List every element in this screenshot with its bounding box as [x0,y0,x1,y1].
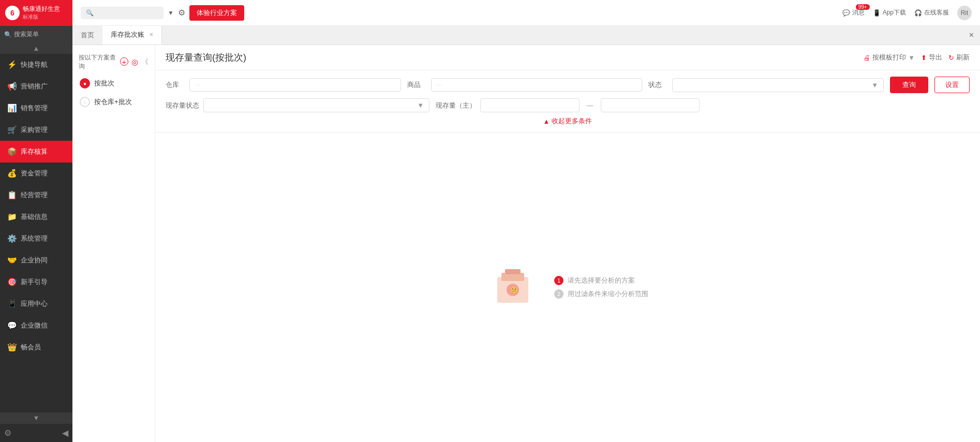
sidebar-item-label: 基础信息 [21,212,48,222]
status-select[interactable]: ▼ [672,78,884,92]
user-avatar: Rit [957,6,972,20]
sidebar-item-label: 资金管理 [21,169,48,178]
trial-btn[interactable]: 体验行业方案 [189,5,244,21]
sidebar-item-label: 采购管理 [21,125,48,135]
export-label: 导出 [929,53,942,62]
export-icon: ⬆ [921,54,927,62]
user-name: Rit [961,9,969,17]
gear-icon[interactable]: ⚙ [178,8,185,18]
topbar-left: 🔍 ▼ ⚙ 体验行业方案 [81,5,836,21]
product-label: 商品 [407,80,428,90]
query-button[interactable]: 查询 [890,77,928,93]
system-icon: ⚙️ [7,234,17,243]
topbar-dropdown[interactable]: ▼ [168,9,174,17]
filter-row-1: 仓库 ··· 商品 ··· 状态 [166,77,970,93]
sidebar: 6 畅康通好生意 标准版 🔍 搜索菜单 ▲ ⚡ 快捷导航 📢 营销推广 📊 销售… [0,0,72,442]
version-badge: 标准版 [23,13,60,21]
filter-row-2: 现存量状态 ▼ 现存量（主） — [166,98,970,112]
target-icon[interactable]: ◎ [131,57,138,67]
sidebar-item-quick-nav[interactable]: ⚡ 快捷导航 [0,54,72,76]
settings-icon[interactable]: ⚙ [4,428,11,438]
scroll-up-button[interactable]: ▲ [0,43,72,54]
enterprise-icon: 🤝 [7,256,17,265]
sidebar-search[interactable]: 🔍 搜索菜单 [0,26,72,43]
settings-button[interactable]: 设置 [934,77,970,93]
stock-qty-to-input[interactable] [601,98,700,112]
app-download-label: App下载 [883,8,906,17]
tip-1-num: 1 [554,276,563,285]
scheme-by-batch-label: 按批次 [94,79,114,88]
sidebar-item-label: 经营管理 [21,190,48,200]
operations-icon: 📋 [7,190,17,200]
sidebar-item-label: 库存核算 [21,147,48,156]
filter-area: 仓库 ··· 商品 ··· 状态 [155,70,980,132]
app-download-btn[interactable]: 📱 App下载 [873,8,906,17]
sidebar-item-inventory[interactable]: 📦 库存核算 [0,141,72,163]
sidebar-item-purchase[interactable]: 🛒 采购管理 [0,119,72,141]
tabbar: 首页 库存批次账 × × [72,26,980,45]
scheme-inactive-dot: ○ [80,97,90,107]
stock-status-filter: 现存量状态 ▼ [166,98,429,112]
topbar: 🔍 ▼ ⚙ 体验行业方案 💬 消息 99+ 📱 App下载 🎧 在线客服 [72,0,980,26]
refresh-label: 刷新 [956,53,970,62]
stock-qty-from-input[interactable] [480,98,580,112]
refresh-icon: ↻ [948,54,954,62]
warehouse-input[interactable]: ··· [189,78,401,92]
sidebar-item-sales[interactable]: 📊 销售管理 [0,97,72,119]
refresh-btn[interactable]: ↻ 刷新 [948,53,970,62]
collapse-filter-label: 收起更多条件 [552,116,592,126]
tip-2-num: 2 [554,289,563,299]
main-area: 🔍 ▼ ⚙ 体验行业方案 💬 消息 99+ 📱 App下载 🎧 在线客服 [72,0,980,442]
product-dots: ··· [437,81,442,89]
sidebar-item-member[interactable]: 👑 畅会员 [0,336,72,358]
print-dropdown-icon[interactable]: ▼ [908,54,915,62]
scheme-by-warehouse-batch[interactable]: ○ 按仓库+批次 [72,93,155,111]
sidebar-item-wechat[interactable]: 💬 企业微信 [0,315,72,336]
sidebar-item-finance[interactable]: 💰 资金管理 [0,163,72,184]
sidebar-item-system[interactable]: ⚙️ 系统管理 [0,228,72,249]
user-avatar-btn[interactable]: Rit [957,6,972,20]
finance-icon: 💰 [7,169,17,178]
sidebar-item-marketing[interactable]: 📢 营销推广 [0,76,72,97]
tab-inventory-batch[interactable]: 库存批次账 × [102,26,162,45]
topbar-search-box[interactable]: 🔍 [81,7,164,19]
status-arrow-icon: ▼ [871,81,878,89]
scroll-down-button[interactable]: ▼ [0,412,72,423]
sidebar-item-operations[interactable]: 📋 经营管理 [0,184,72,206]
sidebar-item-app-center[interactable]: 📱 应用中心 [0,293,72,315]
sidebar-item-enterprise[interactable]: 🤝 企业协同 [0,249,72,271]
tab-home[interactable]: 首页 [72,26,102,44]
online-service-btn[interactable]: 🎧 在线客服 [914,8,949,17]
print-icon: 🖨 [864,54,870,62]
messages-badge: 99+ [856,4,870,10]
wechat-icon: 💬 [7,321,17,330]
stock-status-select[interactable]: ▼ [203,98,429,112]
collapse-filter-btn[interactable]: ▲ 收起更多条件 [166,116,970,126]
svg-rect-2 [505,269,521,274]
messages-btn[interactable]: 💬 消息 99+ [842,8,865,17]
add-scheme-icon[interactable]: + [120,57,128,66]
collapse-sidebar-icon[interactable]: ◀ [62,428,68,438]
stock-status-label: 现存量状态 [166,101,199,110]
product-input[interactable]: ··· [431,78,643,92]
collapse-panel-icon[interactable]: 《 [141,57,149,67]
phone-icon: 📱 [873,9,881,17]
message-icon: 💬 [842,9,850,17]
sidebar-item-basic-info[interactable]: 📁 基础信息 [0,206,72,228]
export-btn[interactable]: ⬆ 导出 [921,53,942,62]
print-label: 按模板打印 [872,53,906,62]
scheme-by-batch[interactable]: ● 按批次 [72,74,155,93]
quick-nav-icon: ⚡ [7,60,17,69]
print-btn[interactable]: 🖨 按模板打印 ▼ [864,53,915,62]
stock-qty-filter: 现存量（主） — [436,98,700,112]
right-panel: 现存量查询(按批次) 🖨 按模板打印 ▼ ⬆ 导出 ↻ 刷新 [155,45,980,442]
tip-2-text: 用过滤条件来缩小分析范围 [568,289,648,299]
tab-label: 库存批次账 [111,30,144,39]
tab-close-icon[interactable]: × [150,31,153,38]
empty-tips: 1 请先选择要分析的方案 2 用过滤条件来缩小分析范围 [554,276,648,299]
sidebar-item-new-guide[interactable]: 🎯 新手引导 [0,271,72,293]
sidebar-item-label: 企业协同 [21,256,48,265]
status-filter: 状态 ▼ [648,78,884,92]
search-label: 搜索菜单 [14,30,39,39]
tabbar-close-btn[interactable]: × [963,31,980,40]
